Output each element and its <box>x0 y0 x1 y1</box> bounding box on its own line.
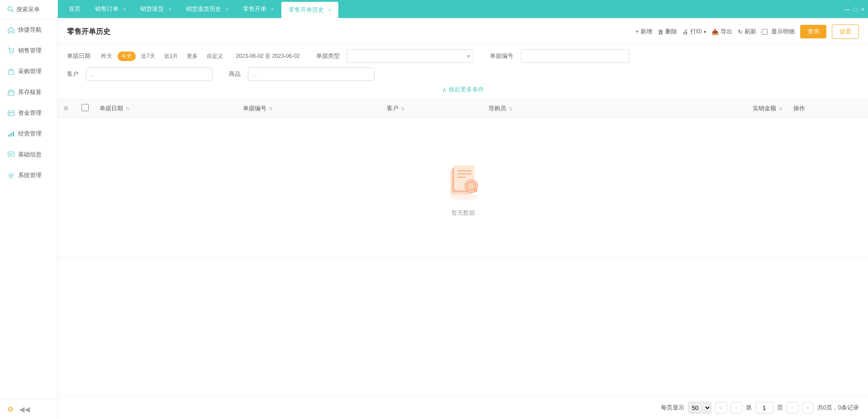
delete-button[interactable]: 🗑 删除 <box>658 28 677 36</box>
col-order-no-sort[interactable]: ⇅ <box>269 106 273 111</box>
tab-retail-history-label: 零售开单历史 <box>289 6 324 14</box>
col-order-no-label: 单据编号 <box>243 105 266 112</box>
tab-sales-return-history-close[interactable]: × <box>226 6 228 12</box>
order-no-input[interactable] <box>521 49 629 63</box>
filter-row-1: 单据日期 昨天 今天 近7天 近1月 更多 自定义 2023-06-02 至 2… <box>67 49 859 63</box>
info-icon <box>7 151 14 158</box>
col-order-no: 单据编号 ⇅ <box>237 99 381 118</box>
tab-sales-order-label: 销售订单 <box>95 5 119 13</box>
date-btn-custom[interactable]: 自定义 <box>203 52 227 61</box>
print-button[interactable]: 🖨 打印 ▾ <box>683 28 706 36</box>
query-button[interactable]: 查询 <box>800 25 826 38</box>
col-customer: 客户 ⇅ <box>381 99 483 118</box>
col-guide-sort[interactable]: ⇅ <box>509 106 512 111</box>
col-amount-sort[interactable]: ⇅ <box>779 106 783 111</box>
tab-sales-return[interactable]: 销货退货 × <box>133 0 178 18</box>
sidebar-item-label: 经营管理 <box>18 130 42 138</box>
collapse-icon[interactable]: ◀◀ <box>19 405 30 414</box>
col-amount-label: 实销金额 <box>753 105 776 112</box>
svg-rect-6 <box>8 111 14 116</box>
refresh-icon: ↻ <box>738 28 743 35</box>
settings-bottom-icon[interactable]: ⚙ <box>7 405 14 414</box>
sidebar-item-basic-info[interactable]: 基础信息 <box>0 144 57 165</box>
main-area: 首页 销售订单 × 销货退货 × 销货退货历史 × 零售开单 × 零售开单历史 … <box>58 0 868 419</box>
svg-point-3 <box>12 52 13 53</box>
collapse-label: 收起更多条件 <box>449 85 484 94</box>
page-word: 第 <box>746 404 752 412</box>
svg-point-2 <box>9 52 10 53</box>
data-table: ⚙ 单据日期 ⇅ 单据编号 ⇅ <box>58 99 868 258</box>
page-size-label: 每页显示 <box>661 404 684 412</box>
filter-area: 单据日期 昨天 今天 近7天 近1月 更多 自定义 2023-06-02 至 2… <box>58 44 868 99</box>
tab-retail-history-close[interactable]: × <box>328 7 331 13</box>
sidebar-item-quick-nav[interactable]: 快捷导航 <box>0 19 57 40</box>
date-btn-7days[interactable]: 近7天 <box>138 52 159 61</box>
col-customer-sort[interactable]: ⇅ <box>401 106 404 111</box>
settings-button[interactable]: 设置 <box>832 24 859 39</box>
sidebar-item-purchase-mgmt[interactable]: 采购管理 <box>0 61 57 82</box>
tab-retail-open[interactable]: 零售开单 × <box>236 0 281 18</box>
refresh-button[interactable]: ↻ 刷新 <box>738 28 756 36</box>
empty-illustration <box>441 158 486 203</box>
svg-rect-4 <box>8 71 14 75</box>
next-page-btn[interactable]: › <box>787 402 798 414</box>
collapse-icon: ∧ <box>442 86 447 93</box>
col-date: 单据日期 ⇅ <box>94 99 237 118</box>
tab-retail-history[interactable]: 零售开单历史 × <box>281 2 338 18</box>
collapse-more-btn[interactable]: ∧ 收起更多条件 <box>442 85 484 94</box>
tab-sales-return-close[interactable]: × <box>168 6 171 12</box>
date-btn-more[interactable]: 更多 <box>183 52 201 61</box>
customer-label: 客户 <box>67 70 79 78</box>
goods-label: 商品 <box>229 70 241 78</box>
tab-sales-order[interactable]: 销售订单 × <box>88 0 133 18</box>
page-size-select[interactable]: 50 10 20 100 <box>688 402 711 414</box>
tab-retail-open-close[interactable]: × <box>271 6 274 12</box>
first-page-btn[interactable]: « <box>715 402 727 414</box>
date-btn-yesterday[interactable]: 昨天 <box>98 52 116 61</box>
table-area: ⚙ 单据日期 ⇅ 单据编号 ⇅ <box>58 99 868 396</box>
print-dropdown-icon: ▾ <box>704 29 706 34</box>
table-settings-icon[interactable]: ⚙ <box>63 105 69 112</box>
date-btn-today[interactable]: 今天 <box>118 52 136 61</box>
display-checkbox[interactable]: 显示明细 <box>762 28 795 36</box>
type-select[interactable] <box>347 49 474 63</box>
box-icon <box>7 68 14 75</box>
goods-input[interactable] <box>248 67 375 81</box>
svg-point-13 <box>10 174 12 176</box>
home-icon <box>7 26 14 33</box>
tab-home[interactable]: 首页 <box>62 0 88 18</box>
tab-sales-order-close[interactable]: × <box>123 6 126 12</box>
sidebar-item-label: 快捷导航 <box>18 26 42 34</box>
toolbar: + 新增 🗑 删除 🖨 打印 ▾ 📤 导出 ↻ 刷新 <box>636 24 859 39</box>
export-button[interactable]: 📤 导出 <box>711 28 732 36</box>
total-label: 共0页，0条记录 <box>817 404 859 412</box>
add-label: + 新增 <box>636 28 652 36</box>
col-date-sort[interactable]: ⇅ <box>126 106 129 111</box>
date-btn-1month[interactable]: 近1月 <box>161 52 182 61</box>
sidebar-item-sales-mgmt[interactable]: 销售管理 <box>0 40 57 61</box>
add-button[interactable]: + 新增 <box>636 28 652 36</box>
col-amount: 实销金额 ⇅ <box>644 99 787 118</box>
display-checkbox-input[interactable] <box>762 29 768 35</box>
window-close-btn[interactable]: × <box>861 6 864 13</box>
sidebar-item-finance[interactable]: 资金管理 <box>0 103 57 123</box>
sidebar-item-system[interactable]: 系统管理 <box>0 165 57 186</box>
select-all-checkbox[interactable] <box>81 104 89 111</box>
sidebar-item-label: 库存核算 <box>18 88 42 96</box>
col-guide-label: 导购员 <box>489 105 506 112</box>
customer-input[interactable] <box>86 67 213 81</box>
page-number-input[interactable] <box>755 402 773 414</box>
print-icon: 🖨 <box>683 28 688 35</box>
tab-sales-return-label: 销货退货 <box>140 5 164 13</box>
window-max-btn[interactable]: □ <box>854 6 858 13</box>
page-title: 零售开单历史 <box>67 27 110 37</box>
window-min-btn[interactable]: — <box>844 6 850 13</box>
last-page-btn[interactable]: » <box>802 402 814 414</box>
gear-icon <box>7 172 14 179</box>
sidebar-item-inventory[interactable]: 库存核算 <box>0 82 57 103</box>
cart-icon <box>7 47 14 54</box>
sidebar-search[interactable]: 搜索采单 <box>0 0 57 19</box>
tab-sales-return-history[interactable]: 销货退货历史 × <box>179 0 236 18</box>
prev-page-btn[interactable]: ‹ <box>730 402 742 414</box>
sidebar-item-operation[interactable]: 经营管理 <box>0 123 57 144</box>
